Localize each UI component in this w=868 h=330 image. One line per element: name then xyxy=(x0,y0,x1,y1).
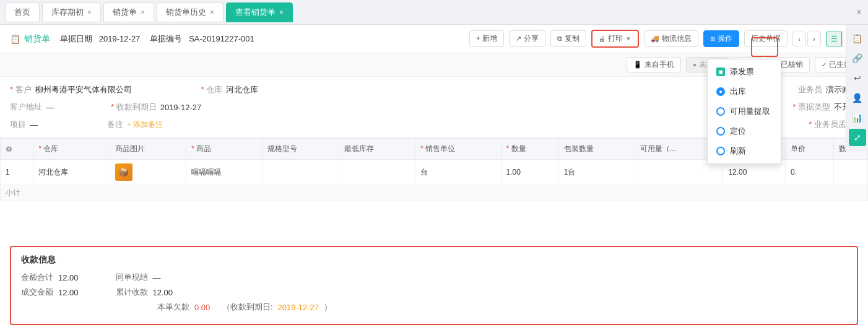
row-index: 1 xyxy=(1,160,33,185)
row-unit: 台 xyxy=(415,160,501,185)
ticket-label: 票据类型 xyxy=(792,102,830,113)
tab-view-sales[interactable]: 查看销货单 × xyxy=(226,2,293,22)
col-price: 单价 xyxy=(786,139,834,160)
warehouse-label: 仓库 xyxy=(201,84,223,95)
same-order-field: 同单现结 — xyxy=(116,272,161,283)
menu-add-invoice[interactable]: ▣ 添发票 xyxy=(708,62,781,82)
row-price: 0. xyxy=(786,160,834,185)
product-image: 📦 xyxy=(115,163,132,181)
row-warehouse: 河北仓库 xyxy=(33,160,110,185)
payment-row-3: 本单欠款 0.00 （收款到期日: 2019-12-27 ） xyxy=(21,302,847,313)
customer-field: 客户 柳州粤港平安气体有限公司 xyxy=(10,84,132,95)
row-extra xyxy=(833,160,867,185)
next-button[interactable]: › xyxy=(807,32,821,46)
dropdown-menu: ▣ 添发票 ● 出库 可用量提取 定位 刷新 xyxy=(707,59,781,164)
note-label: 备注 xyxy=(107,119,123,130)
owe-field: 本单欠款 0.00 （收款到期日: 2019-12-27 ） xyxy=(157,302,332,313)
tab-close-view[interactable]: × xyxy=(279,8,284,17)
row-qty: 1.00 xyxy=(501,160,558,185)
col-unit: * 销售单位 xyxy=(415,139,501,160)
salesperson-label: 业务员 xyxy=(798,84,822,95)
menu-available-qty[interactable]: 可用量提取 xyxy=(708,102,781,121)
sidebar-doc-icon[interactable]: 📋 xyxy=(849,30,866,47)
sidebar-chart-icon[interactable]: 📊 xyxy=(849,109,866,126)
payment-date-value: 2019-12-27 xyxy=(160,103,202,112)
sidebar-expand-icon[interactable]: ⤢ xyxy=(849,129,866,146)
view-list-button[interactable]: ☰ xyxy=(826,32,842,46)
number-label: 单据编号 SA-20191227-001 xyxy=(150,33,254,45)
refresh-icon xyxy=(716,147,725,155)
salesperson2-label: 业务员孟 xyxy=(809,119,846,130)
tab-history[interactable]: 销货单历史 × xyxy=(157,2,224,22)
tab-sales[interactable]: 销货单 × xyxy=(103,2,154,22)
col-qty: * 数量 xyxy=(501,139,558,160)
address-label: 客户地址 xyxy=(10,102,42,113)
from-phone-btn[interactable]: 📱 来自手机 xyxy=(627,57,681,72)
doc-title-text: 销货单 xyxy=(24,33,50,45)
tab-close-sales[interactable]: × xyxy=(141,8,145,17)
tab-home[interactable]: 首页 xyxy=(5,2,40,22)
address-value: — xyxy=(46,103,54,112)
menu-refresh[interactable]: 刷新 xyxy=(708,141,781,161)
locate-icon xyxy=(716,127,725,136)
row-min-stock xyxy=(339,160,415,185)
available-icon xyxy=(716,107,725,116)
note-field: 备注 + 添加备注 xyxy=(107,119,163,130)
col-warehouse: * 仓库 xyxy=(33,139,110,160)
add-invoice-icon: ▣ xyxy=(716,67,725,76)
col-product: * 商品 xyxy=(186,139,262,160)
project-value: — xyxy=(30,120,38,129)
warehouse-value: 河北仓库 xyxy=(226,84,258,95)
cumulative-field: 累计收款 12.00 xyxy=(116,287,173,298)
col-image: 商品图片 xyxy=(110,139,186,160)
row-pkg: 1台 xyxy=(558,160,635,185)
window-close-button[interactable]: × xyxy=(856,7,862,18)
col-gear: ⚙ xyxy=(1,139,33,160)
payment-row-1: 金额合计 12.00 同单现结 — xyxy=(21,272,847,283)
col-pkg: 包装数量 xyxy=(558,139,635,160)
project-label: 项目 xyxy=(10,119,26,130)
warehouse-field: 仓库 河北仓库 xyxy=(201,84,259,95)
row-image: 📦 xyxy=(110,160,186,185)
history-button[interactable]: 历史单据 xyxy=(744,30,788,47)
doc-meta: 单据日期 2019-12-27 单据编号 SA-20191227-001 xyxy=(60,33,254,45)
share-button[interactable]: ↗ 分享 xyxy=(509,30,545,47)
nav-arrows: ‹ › xyxy=(792,32,821,46)
logistics-button[interactable]: 🚚 物流信息 xyxy=(644,30,698,47)
sidebar-link-icon[interactable]: 🔗 xyxy=(849,50,866,67)
print-button[interactable]: 🖨 打印 ▼ xyxy=(591,30,639,48)
sidebar-user-icon[interactable]: 👤 xyxy=(849,89,866,106)
tab-inventory[interactable]: 库存期初 × xyxy=(42,2,101,22)
menu-locate[interactable]: 定位 xyxy=(708,121,781,141)
doc-title: 📋 销货单 xyxy=(10,33,50,45)
tab-close-inventory[interactable]: × xyxy=(87,8,92,17)
doc-icon: 📋 xyxy=(10,34,20,44)
tab-close-history[interactable]: × xyxy=(210,8,214,17)
payment-title: 收款信息 xyxy=(21,254,847,266)
right-sidebar: 📋 🔗 ↩ 👤 📊 ⤢ xyxy=(846,25,868,151)
col-spec: 规格型号 xyxy=(263,139,339,160)
col-min-stock: 最低库存 xyxy=(339,139,415,160)
copy-button[interactable]: ⧉ 复制 xyxy=(550,30,586,47)
prev-button[interactable]: ‹ xyxy=(792,32,806,46)
operate-button[interactable]: ⊞ 操作 xyxy=(703,30,739,47)
menu-outbound[interactable]: ● 出库 xyxy=(708,82,781,102)
add-note-button[interactable]: + 添加备注 xyxy=(127,119,163,130)
doc-actions: + 新增 ↗ 分享 ⧉ 复制 🖨 打印 ▼ 🚚 物流信息 ⊞ 操作 xyxy=(469,30,858,48)
payment-row-2: 成交金额 12.00 累计收款 12.00 xyxy=(21,287,847,298)
tab-bar: 首页 库存期初 × 销货单 × 销货单历史 × 查看销货单 × × xyxy=(0,0,868,25)
outbound-icon: ● xyxy=(716,87,725,96)
date-value: 2019-12-27 xyxy=(99,34,141,43)
subtotal-row: 小计 xyxy=(1,185,868,201)
customer-label: 客户 xyxy=(10,84,32,95)
doc-header: 📋 销货单 单据日期 2019-12-27 单据编号 SA-20191227-0… xyxy=(0,25,868,53)
sidebar-return-icon[interactable]: ↩ xyxy=(849,69,866,87)
address-field: 客户地址 — xyxy=(10,102,54,113)
subtotal-label: 小计 xyxy=(1,185,868,201)
total-field: 金额合计 12.00 xyxy=(21,272,79,283)
customer-value: 柳州粤港平安气体有限公司 xyxy=(35,84,132,95)
new-button[interactable]: + 新增 xyxy=(469,30,504,47)
project-field: 项目 — xyxy=(10,119,38,130)
row-spec xyxy=(263,160,339,185)
payment-date-label: 收款到期日 xyxy=(111,102,157,113)
